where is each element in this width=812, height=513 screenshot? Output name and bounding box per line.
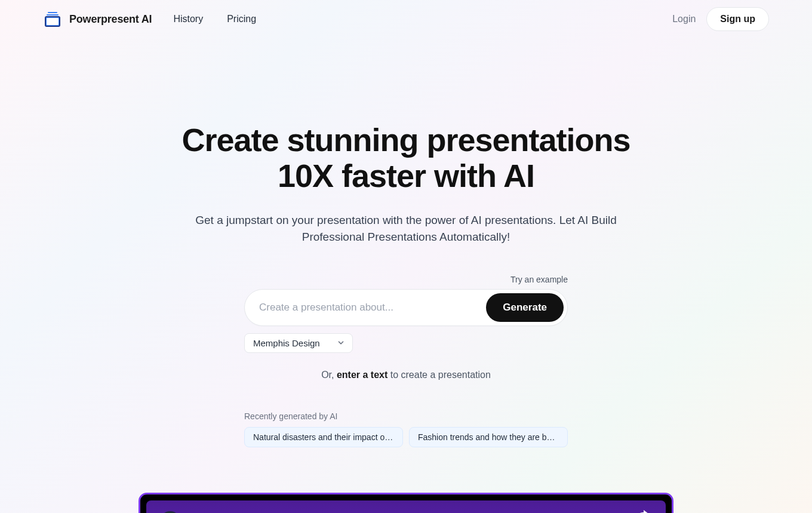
video-embed-frame[interactable]: 🤖 Powerpresent AI - Make a presentation … — [139, 493, 673, 513]
recent-chip[interactable]: Natural disasters and their impact on th… — [244, 427, 403, 447]
brand-logo-wrap[interactable]: Powerpresent AI — [43, 10, 152, 29]
recent-chips: Natural disasters and their impact on th… — [244, 427, 568, 447]
nav-link-pricing[interactable]: Pricing — [227, 14, 256, 24]
or-bold-link[interactable]: enter a text — [337, 370, 387, 380]
nav-links: History Pricing — [173, 14, 256, 24]
or-prefix: Or, — [321, 370, 337, 380]
prompt-input[interactable] — [259, 302, 486, 314]
hero-subtitle: Get a jumpstart on your presentation wit… — [191, 212, 621, 246]
nav-link-history[interactable]: History — [173, 14, 203, 24]
brand-name: Powerpresent AI — [69, 13, 152, 26]
video-inner: 🤖 Powerpresent AI - Make a presentation … — [146, 500, 666, 513]
style-select[interactable]: Memphis Design — [244, 333, 353, 353]
share-button[interactable]: Share — [632, 508, 653, 513]
svg-rect-3 — [47, 18, 59, 25]
login-link[interactable]: Login — [672, 14, 696, 24]
svg-rect-0 — [48, 12, 57, 13]
nav-right: Login Sign up — [672, 7, 769, 31]
brand-logo-icon — [43, 10, 62, 29]
or-suffix: to create a presentation — [387, 370, 491, 380]
svg-rect-1 — [47, 14, 59, 16]
signup-button[interactable]: Sign up — [706, 7, 769, 31]
hero-title-line-1: Create stunning presentations — [182, 122, 630, 158]
style-select-value: Memphis Design — [253, 338, 320, 348]
or-enter-text-line: Or, enter a text to create a presentatio… — [244, 370, 568, 380]
generate-button[interactable]: Generate — [486, 293, 564, 322]
try-example-link[interactable]: Try an example — [244, 275, 568, 284]
navbar: Powerpresent AI History Pricing Login Si… — [0, 0, 812, 38]
hero-section: Create stunning presentations 10X faster… — [0, 38, 812, 513]
hero-title-line-2: 10X faster with AI — [278, 158, 534, 193]
hero-title: Create stunning presentations 10X faster… — [24, 122, 788, 194]
share-arrow-icon — [632, 508, 653, 513]
prompt-input-row: Generate — [244, 289, 568, 326]
form-area: Try an example Generate Memphis Design O… — [244, 275, 568, 447]
recent-label: Recently generated by AI — [244, 411, 568, 421]
recent-chip[interactable]: Fashion trends and how they are being in… — [409, 427, 568, 447]
chevron-down-icon — [337, 339, 345, 347]
